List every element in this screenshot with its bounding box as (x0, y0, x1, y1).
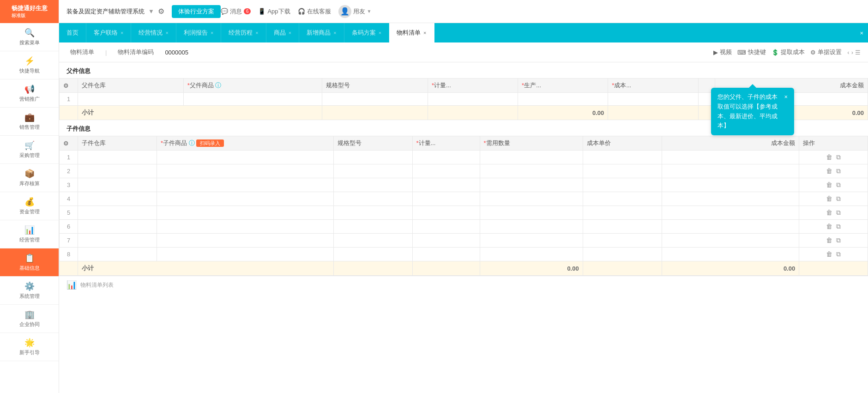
nav-next-icon[interactable]: › (851, 49, 853, 56)
child-cell-warehouse-7[interactable] (78, 234, 157, 248)
child-col-settings[interactable]: ⚙ (60, 136, 78, 151)
tab-profit-close[interactable]: × (211, 30, 213, 36)
child-cell-spec-7[interactable] (333, 234, 412, 248)
action-cost[interactable]: 💲 提取成本 (772, 48, 805, 56)
tab-history[interactable]: 经营历程 × (221, 23, 266, 42)
message-btn[interactable]: 💬 消息 6 (221, 7, 251, 16)
child-cell-goods-4[interactable] (157, 192, 334, 206)
copy-icon-2[interactable]: ⧉ (836, 167, 841, 175)
system-select[interactable]: 装备及固定资产辅助管理系统 ▼ (66, 7, 154, 16)
action-view[interactable]: ▶ 视频 (713, 48, 732, 56)
child-cell-qty-8[interactable] (480, 248, 583, 261)
child-cell-goods-2[interactable] (157, 164, 334, 178)
child-cell-unit-6[interactable] (412, 220, 480, 234)
child-cell-warehouse-4[interactable] (78, 192, 157, 206)
tab-customer-close[interactable]: × (121, 30, 123, 36)
child-cell-unit-cost-3[interactable] (583, 178, 662, 192)
tab-home[interactable]: 首页 (59, 23, 86, 42)
child-cell-spec-2[interactable] (333, 164, 412, 178)
delete-icon-7[interactable]: 🗑 (826, 236, 832, 244)
action-shortcut[interactable]: ⌨ 快捷键 (737, 48, 766, 56)
child-cell-warehouse-5[interactable] (78, 206, 157, 220)
tab-barcode-close[interactable]: × (379, 30, 381, 36)
child-cell-unit-4[interactable] (412, 192, 480, 206)
sidebar-item-sales[interactable]: 💼 销售管理 (0, 108, 59, 136)
child-cell-unit-cost-5[interactable] (583, 206, 662, 220)
page-tab-bom-list[interactable]: 物料清单 (66, 46, 98, 58)
tab-history-close[interactable]: × (255, 30, 258, 36)
tab-profit[interactable]: 利润报告 × (176, 23, 221, 42)
child-cell-spec-5[interactable] (333, 206, 412, 220)
child-cell-unit-2[interactable] (412, 164, 480, 178)
child-cell-goods-5[interactable] (157, 206, 334, 220)
tab-goods-close[interactable]: × (289, 30, 291, 36)
nav-prev-icon[interactable]: ‹ (847, 49, 849, 56)
child-cell-qty-2[interactable] (480, 164, 583, 178)
delete-icon-5[interactable]: 🗑 (826, 209, 832, 216)
child-cell-qty-1[interactable] (480, 151, 583, 164)
sidebar-item-new-guide[interactable]: 🌟 新手引导 (0, 333, 59, 361)
child-cell-unit-3[interactable] (412, 178, 480, 192)
copy-icon-1[interactable]: ⧉ (836, 153, 841, 161)
child-cell-qty-6[interactable] (480, 220, 583, 234)
child-cell-spec-6[interactable] (333, 220, 412, 234)
delete-icon-2[interactable]: 🗑 (826, 167, 832, 175)
delete-icon-8[interactable]: 🗑 (826, 250, 832, 258)
sidebar-item-purchase[interactable]: 🛒 采购管理 (0, 136, 59, 164)
child-cell-goods-6[interactable] (157, 220, 334, 234)
child-cell-qty-3[interactable] (480, 178, 583, 192)
tab-goods[interactable]: 商品 × (266, 23, 299, 42)
copy-icon-5[interactable]: ⧉ (836, 209, 841, 216)
child-cell-warehouse-8[interactable] (78, 248, 157, 261)
copy-icon-3[interactable]: ⧉ (836, 181, 841, 188)
sidebar-item-basic-info[interactable]: 📋 基础信息 (0, 248, 59, 277)
page-tab-bom-code-label[interactable]: 物料清单编码 (114, 46, 157, 58)
copy-icon-8[interactable]: ⧉ (836, 250, 841, 258)
online-service-btn[interactable]: 🎧 在线客服 (298, 7, 331, 16)
child-cell-warehouse-6[interactable] (78, 220, 157, 234)
sidebar-item-operations[interactable]: 📊 经营管理 (0, 220, 59, 248)
child-cell-spec-8[interactable] (333, 248, 412, 261)
child-cell-unit-1[interactable] (412, 151, 480, 164)
sidebar-item-quick-nav[interactable]: ⚡ 快捷导航 (0, 51, 59, 79)
sidebar-item-inventory[interactable]: 📦 库存核算 (0, 164, 59, 192)
parent-cell-spec[interactable] (322, 93, 428, 106)
child-cell-goods-3[interactable] (157, 178, 334, 192)
child-cell-qty-7[interactable] (480, 234, 583, 248)
tab-bom[interactable]: 物料清单 × (389, 23, 434, 42)
tab-new-goods-close[interactable]: × (333, 30, 336, 36)
delete-icon-6[interactable]: 🗑 (826, 223, 832, 230)
child-cell-unit-5[interactable] (412, 206, 480, 220)
child-cell-goods-1[interactable] (157, 151, 334, 164)
parent-cell-produce[interactable] (518, 93, 608, 106)
sidebar-item-search[interactable]: 🔍 搜索菜单 (0, 23, 59, 51)
tab-customer[interactable]: 客户联络 × (86, 23, 131, 42)
parent-cell-cost[interactable] (608, 93, 698, 106)
tab-bom-close[interactable]: × (423, 30, 426, 36)
delete-icon-1[interactable]: 🗑 (826, 153, 832, 161)
tab-ops-close[interactable]: × (165, 30, 168, 36)
parent-cell-warehouse[interactable] (78, 93, 184, 106)
copy-icon-6[interactable]: ⧉ (836, 223, 841, 230)
child-cell-goods-8[interactable] (157, 248, 334, 261)
list-view-icon[interactable]: ☰ (855, 49, 861, 56)
parent-cell-unit[interactable] (428, 93, 518, 106)
tooltip-close-btn[interactable]: × (784, 92, 788, 102)
scan-btn[interactable]: 扫码录入 (196, 139, 224, 147)
child-cell-unit-cost-1[interactable] (583, 151, 662, 164)
child-cell-unit-cost-2[interactable] (583, 164, 662, 178)
child-cell-warehouse-2[interactable] (78, 164, 157, 178)
child-cell-unit-cost-8[interactable] (583, 248, 662, 261)
child-cell-spec-1[interactable] (333, 151, 412, 164)
sidebar-item-system[interactable]: ⚙️ 系统管理 (0, 277, 59, 305)
user-menu[interactable]: 👤 用友 ▼ (338, 5, 372, 18)
child-cell-warehouse-3[interactable] (78, 178, 157, 192)
child-cell-goods-7[interactable] (157, 234, 334, 248)
parent-col-settings[interactable]: ⚙ (60, 79, 78, 93)
child-cell-unit-7[interactable] (412, 234, 480, 248)
delete-icon-3[interactable]: 🗑 (826, 181, 832, 188)
child-cell-unit-cost-4[interactable] (583, 192, 662, 206)
tab-new-goods[interactable]: 新增商品 × (299, 23, 344, 42)
nav-close-all-btn[interactable]: × (855, 23, 868, 42)
sidebar-item-finance[interactable]: 💰 资金管理 (0, 192, 59, 220)
